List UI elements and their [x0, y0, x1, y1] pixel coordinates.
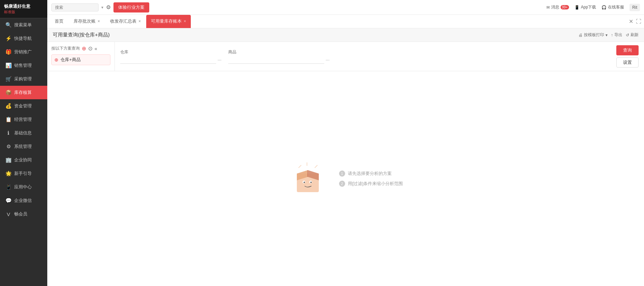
sidebar-item-finance[interactable]: 💰 资金管理	[0, 99, 47, 113]
print-label: 按模板打印	[584, 32, 604, 38]
tabs-bar: 首页 库存批次账 × 收发存汇总表 × 可用量库存账本 × ✕ ⛶	[47, 15, 644, 28]
export-label: 导出	[614, 32, 622, 38]
sidebar-label-appstore: 应用中心	[14, 184, 32, 190]
sidebar-label-shortcut: 快捷导航	[14, 35, 32, 42]
goods-input[interactable]	[228, 56, 324, 64]
sidebar-item-inventory[interactable]: 📦 库存核算	[0, 86, 47, 99]
sidebar-item-basic[interactable]: ℹ 基础信息	[0, 126, 47, 140]
sidebar-icon-finance: 💰	[5, 103, 11, 109]
sidebar-icon-shortcut: ⚡	[5, 35, 11, 42]
tab-available-ledger-close[interactable]: ×	[184, 19, 186, 24]
filter-section-label: 按以下方案查询 ⊕ ⊙ «	[51, 45, 110, 52]
query-button[interactable]: 查询	[616, 45, 639, 55]
tab-home[interactable]: 首页	[50, 15, 68, 28]
sidebar-item-operation[interactable]: 📋 经营管理	[0, 113, 47, 126]
sidebar-item-sales[interactable]: 📊 销售管理	[0, 59, 47, 72]
sidebar-item-marketing[interactable]: 🎁 营销推广	[0, 45, 47, 59]
warehouse-field: 仓库 ···	[120, 49, 222, 64]
sidebar-item-shortcut[interactable]: ⚡ 快捷导航	[0, 32, 47, 45]
warehouse-more-button[interactable]: ···	[217, 57, 222, 62]
service-icon: 🎧	[601, 5, 607, 10]
sidebar-item-appstore[interactable]: 📱 应用中心	[0, 180, 47, 194]
sidebar-label-purchase: 采购管理	[14, 76, 32, 82]
filter-action-buttons: 查询 设置	[616, 45, 639, 68]
chevron-down-icon[interactable]: ▾	[101, 5, 103, 10]
tab-home-label: 首页	[55, 18, 63, 24]
page-title: 可用量查询(按仓库+商品)	[53, 32, 110, 38]
warehouse-input[interactable]	[120, 56, 216, 64]
sidebar-label-wechat: 企业微信	[14, 198, 32, 204]
online-service-button[interactable]: 🎧 在线客服	[601, 4, 624, 10]
sidebar-logo: 畅康通好生意 标准版	[0, 0, 47, 18]
tab-batch-account-close[interactable]: ×	[98, 19, 100, 24]
refresh-button[interactable]: ↺ 刷新	[626, 32, 639, 38]
tab-batch-account-label: 库存批次账	[74, 18, 96, 24]
print-chevron-icon: ▾	[606, 33, 608, 37]
sidebar-item-search[interactable]: 🔍 搜索菜单	[0, 18, 47, 32]
sidebar-label-system: 系统管理	[14, 144, 32, 150]
sidebar-item-purchase[interactable]: 🛒 采购管理	[0, 72, 47, 86]
svg-line-8	[299, 165, 301, 168]
gear-icon[interactable]: ⚙	[106, 4, 111, 10]
goods-field: 商品 ···	[228, 49, 330, 64]
sidebar-icon-system: ⚙	[5, 144, 11, 150]
sidebar-label-marketing: 营销推广	[14, 49, 32, 55]
tabs-actions: ✕ ⛶	[629, 15, 641, 28]
print-button[interactable]: 🖨 按模板打印 ▾	[578, 32, 608, 38]
tip-text-2: 用[过滤]条件来缩小分析范围	[348, 181, 403, 187]
message-badge: 99+	[561, 5, 569, 9]
sidebar-label-search: 搜索菜单	[14, 22, 32, 28]
tip-number-1: 1	[339, 171, 345, 177]
tab-receipt-summary[interactable]: 收发存汇总表 ×	[105, 15, 146, 28]
industry-button[interactable]: 体验行业方案	[113, 2, 149, 12]
empty-tip-2: 2 用[过滤]条件来缩小分析范围	[339, 181, 403, 187]
tab-expand-button[interactable]: ⛶	[636, 19, 641, 25]
goods-label: 商品	[228, 49, 330, 55]
page-header-actions: 🖨 按模板打印 ▾ ↑ 导出 ↺ 刷新	[578, 32, 639, 38]
sidebar-label-operation: 经营管理	[14, 116, 32, 123]
topbar-right: ✉ 消息 99+ 📱 App下载 🎧 在线客服 Rit	[546, 4, 640, 11]
settings-button[interactable]: 设置	[616, 57, 639, 68]
user-menu[interactable]: Rit	[629, 4, 640, 11]
svg-line-10	[315, 165, 317, 168]
app-download-button[interactable]: 📱 App下载	[574, 4, 596, 10]
tip-number-2: 2	[339, 181, 345, 187]
sidebar-item-enterprise[interactable]: 🏢 企业协同	[0, 153, 47, 167]
sidebar-item-member[interactable]: V 畅会员	[0, 207, 47, 221]
scheme-settings-button[interactable]: ⊙	[88, 45, 93, 52]
sidebar-icon-marketing: 🎁	[5, 49, 11, 55]
tip-text-1: 请先选择要分析的方案	[348, 171, 392, 177]
sidebar-icon-inventory: 📦	[5, 89, 11, 96]
filter-area: 按以下方案查询 ⊕ ⊙ « ⊕ 仓库+商品 仓库 ···	[47, 42, 644, 71]
sidebar-icon-basic: ℹ	[5, 130, 11, 136]
tab-close-button[interactable]: ✕	[629, 18, 633, 25]
message-button[interactable]: ✉ 消息 99+	[546, 4, 569, 10]
sidebar-icon-wechat: 💬	[5, 198, 11, 204]
sidebar-item-guide[interactable]: 🌟 新手引导	[0, 167, 47, 180]
tab-available-ledger[interactable]: 可用量库存账本 ×	[146, 15, 191, 28]
sidebar-icon-operation: 📋	[5, 116, 11, 123]
sidebar-icon-search: 🔍	[5, 22, 11, 28]
search-input[interactable]	[51, 3, 99, 11]
scheme-item-warehouse-goods[interactable]: ⊕ 仓库+商品	[51, 54, 110, 65]
sidebar-label-enterprise: 企业协同	[14, 157, 32, 163]
goods-more-button[interactable]: ···	[326, 57, 330, 62]
app-label: App下载	[581, 4, 596, 10]
sidebar-icon-guide: 🌟	[5, 171, 11, 177]
add-scheme-button[interactable]: ⊕	[82, 45, 86, 52]
collapse-panel-button[interactable]: «	[95, 46, 97, 51]
tab-batch-account[interactable]: 库存批次账 ×	[69, 15, 105, 28]
topbar: ▾ ⚙ 体验行业方案 ✉ 消息 99+ 📱 App下载 🎧 在线客服 Rit	[47, 0, 644, 15]
sidebar-label-basic: 基础信息	[14, 130, 32, 136]
sidebar-nav: 🔍 搜索菜单 ⚡ 快捷导航 🎁 营销推广 📊 销售管理 🛒 采购管理 📦 库存核…	[0, 18, 47, 286]
export-button[interactable]: ↑ 导出	[611, 32, 622, 38]
sidebar-logo-subtitle: 标准版	[4, 9, 43, 15]
sidebar-icon-enterprise: 🏢	[5, 157, 11, 163]
sidebar-icon-appstore: 📱	[5, 184, 11, 190]
tab-receipt-summary-close[interactable]: ×	[138, 19, 141, 24]
sidebar-item-wechat[interactable]: 💬 企业微信	[0, 194, 47, 207]
message-icon: ✉	[546, 5, 550, 10]
refresh-icon: ↺	[626, 33, 629, 37]
message-label: 消息	[551, 4, 559, 10]
sidebar-item-system[interactable]: ⚙ 系统管理	[0, 140, 47, 153]
